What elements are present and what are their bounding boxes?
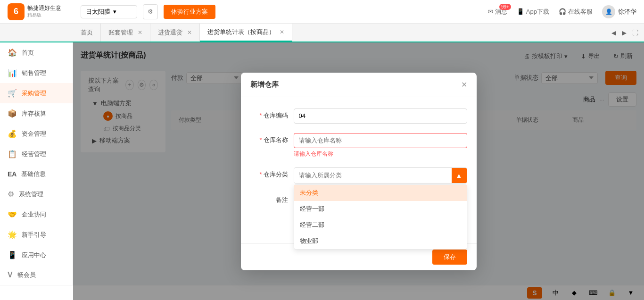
modal-close-button[interactable]: ✕ xyxy=(461,80,467,89)
tab-stats-close[interactable]: ✕ xyxy=(280,29,284,35)
tab-next-button[interactable]: ▶ xyxy=(620,27,628,38)
content-area: 进货单统计(按商品) 🖨 按模板打印 ▾ ⬇ 导出 ↻ 刷新 xyxy=(73,42,644,300)
sidebar-purchase-label: 采购管理 xyxy=(22,89,46,98)
message-icon: ✉ xyxy=(488,8,493,15)
sidebar-item-system[interactable]: ⚙ 系统管理 xyxy=(0,184,73,204)
sidebar-item-operations[interactable]: 📋 经营管理 xyxy=(0,144,73,164)
guide-icon: 🌟 xyxy=(8,230,17,239)
header-right: ✉ 消息 99+ 📱 App下载 🎧 在线客服 👤 徐泽华 xyxy=(488,5,636,18)
form-row-name: 仓库名称 请输入仓库名称 xyxy=(250,133,467,158)
tab-bar: 首页 账套管理 ✕ 进货退货 ✕ 进货单统计表（按商品） ✕ ◀ ▶ ⛶ xyxy=(0,24,644,42)
tab-home-label: 首页 xyxy=(81,28,93,37)
tab-prev-button[interactable]: ◀ xyxy=(610,27,618,38)
sidebar-inventory-label: 库存核算 xyxy=(22,109,46,118)
tab-stats[interactable]: 进货单统计表（按商品） ✕ xyxy=(200,24,292,42)
modal-add-warehouse: 新增仓库 ✕ 仓库编码 仓库名称 xyxy=(241,73,477,270)
name-input[interactable] xyxy=(294,133,467,148)
sidebar-item-finance[interactable]: 💰 资金管理 xyxy=(0,124,73,144)
sidebar-collab-label: 企业协同 xyxy=(22,210,46,219)
category-dropdown: 未分类 经营一部 经营二部 物业部 xyxy=(294,184,467,250)
sidebar-basics-label: 基础信息 xyxy=(21,170,46,178)
sidebar-system-label: 系统管理 xyxy=(19,190,43,199)
category-option-0[interactable]: 未分类 xyxy=(294,185,467,201)
system-icon: ⚙ xyxy=(8,190,14,199)
messages-badge: 99+ xyxy=(499,4,511,10)
user-area[interactable]: 👤 徐泽华 xyxy=(602,5,636,18)
app-version: 精易版 xyxy=(27,12,61,18)
app-name: 畅捷通好生意 xyxy=(27,5,61,12)
store-selector[interactable]: 日太阳膜 ▾ xyxy=(81,5,137,18)
sidebar-item-apps[interactable]: 📱 应用中心 xyxy=(0,245,73,265)
headset-icon: 🎧 xyxy=(559,8,566,15)
sales-icon: 📊 xyxy=(8,68,17,77)
online-service-button[interactable]: 🎧 在线客服 xyxy=(559,8,593,16)
tab-return-label: 进货退货 xyxy=(158,28,182,37)
category-wrap: ▲ 未分类 经营一部 经营二部 物业部 xyxy=(294,167,467,183)
note-label: 备注 xyxy=(250,193,288,204)
operations-icon: 📋 xyxy=(8,150,17,158)
app-logo-icon: 6 xyxy=(8,3,25,20)
category-input[interactable] xyxy=(294,168,452,183)
category-input-row: ▲ xyxy=(294,167,467,183)
sidebar-finance-label: 资金管理 xyxy=(22,130,46,138)
name-wrap: 请输入仓库名称 xyxy=(294,133,467,158)
name-label: 仓库名称 xyxy=(250,133,288,144)
modal-body: 仓库编码 仓库名称 请输入仓库名称 xyxy=(241,97,477,243)
sidebar-item-collab[interactable]: 🤝 企业协同 xyxy=(0,204,73,225)
category-option-3[interactable]: 物业部 xyxy=(294,233,467,249)
tab-account[interactable]: 账套管理 ✕ xyxy=(101,24,150,42)
modal-overlay: 新增仓库 ✕ 仓库编码 仓库名称 xyxy=(73,42,644,300)
name-error-msg: 请输入仓库名称 xyxy=(294,150,467,158)
settings-button[interactable]: ⚙ xyxy=(143,4,158,19)
code-input[interactable] xyxy=(294,108,467,124)
inventory-icon: 📦 xyxy=(8,109,17,118)
code-label: 仓库编码 xyxy=(250,108,288,120)
sidebar-operations-label: 经营管理 xyxy=(22,150,46,158)
form-row-category: 仓库分类 ▲ 未分类 经营一部 经营二部 物业部 xyxy=(250,167,467,183)
category-option-2[interactable]: 经营二部 xyxy=(294,217,467,233)
save-button[interactable]: 保存 xyxy=(432,250,467,265)
tab-return[interactable]: 进货退货 ✕ xyxy=(150,24,200,42)
tab-controls: ◀ ▶ ⛶ xyxy=(606,24,644,42)
vip-icon: V xyxy=(8,271,13,279)
user-name: 徐泽华 xyxy=(618,8,636,16)
category-option-1[interactable]: 经营一部 xyxy=(294,201,467,217)
sidebar: 🏠 首页 📊 销售管理 🛒 采购管理 📦 库存核算 💰 资金管理 📋 经营管理 … xyxy=(0,42,73,300)
main-layout: 🏠 首页 📊 销售管理 🛒 采购管理 📦 库存核算 💰 资金管理 📋 经营管理 … xyxy=(0,42,644,300)
tab-home[interactable]: 首页 xyxy=(73,24,101,42)
top-header: 6 畅捷通好生意 精易版 日太阳膜 ▾ ⚙ 体验行业方案 ✉ 消息 99+ 📱 … xyxy=(0,0,644,24)
user-avatar: 👤 xyxy=(602,5,615,18)
sidebar-guide-label: 新手引导 xyxy=(22,231,46,239)
category-label: 仓库分类 xyxy=(250,167,288,179)
sidebar-item-inventory[interactable]: 📦 库存核算 xyxy=(0,103,73,124)
tab-account-label: 账套管理 xyxy=(108,28,133,37)
sidebar-item-basics[interactable]: EA 基础信息 xyxy=(0,164,73,184)
trial-button[interactable]: 体验行业方案 xyxy=(164,5,215,19)
sidebar-home-label: 首页 xyxy=(22,49,34,57)
sidebar-item-guide[interactable]: 🌟 新手引导 xyxy=(0,225,73,245)
sidebar-item-home[interactable]: 🏠 首页 xyxy=(0,42,73,63)
category-toggle-button[interactable]: ▲ xyxy=(452,168,467,183)
mobile-icon: 📱 xyxy=(517,8,524,15)
tab-return-close[interactable]: ✕ xyxy=(187,29,192,36)
tab-stats-label: 进货单统计表（按商品） xyxy=(207,28,275,36)
sidebar-item-vip[interactable]: V 畅会员 xyxy=(0,265,73,285)
app-download-label: App下载 xyxy=(526,8,549,16)
online-service-label: 在线客服 xyxy=(568,8,593,16)
sidebar-item-sales[interactable]: 📊 销售管理 xyxy=(0,63,73,83)
sidebar-vip-label: 畅会员 xyxy=(17,271,36,279)
store-name: 日太阳膜 xyxy=(86,8,110,16)
sidebar-sales-label: 销售管理 xyxy=(22,69,46,77)
tab-expand-button[interactable]: ⛶ xyxy=(630,27,640,38)
form-row-code: 仓库编码 xyxy=(250,108,467,124)
messages-button[interactable]: ✉ 消息 99+ xyxy=(488,8,507,16)
tab-account-close[interactable]: ✕ xyxy=(138,29,142,36)
finance-icon: 💰 xyxy=(8,129,17,138)
logo-area: 6 畅捷通好生意 精易版 xyxy=(8,3,81,20)
sidebar-item-purchase[interactable]: 🛒 采购管理 xyxy=(0,83,73,103)
app-download-button[interactable]: 📱 App下载 xyxy=(517,8,549,16)
sidebar-apps-label: 应用中心 xyxy=(22,251,46,259)
modal-title: 新增仓库 xyxy=(250,80,279,89)
home-icon: 🏠 xyxy=(8,48,17,57)
modal-header: 新增仓库 ✕ xyxy=(241,73,477,97)
